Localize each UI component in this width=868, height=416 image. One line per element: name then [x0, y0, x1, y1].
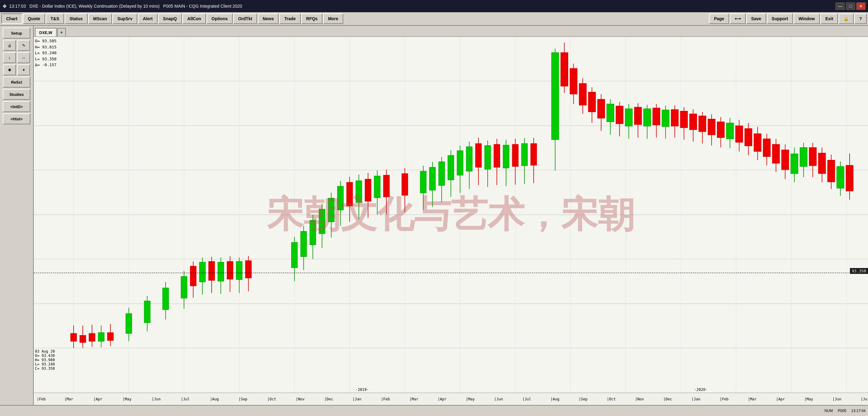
hscale-button[interactable]: ↔ — [17, 52, 30, 63]
sidebar: Setup 🖨 ✎ ↕ ↔ ✱ ✦ ReScl Studies <IntD> <… — [0, 26, 34, 405]
print-button[interactable]: 🖨 — [3, 40, 16, 51]
svg-rect-88 — [402, 174, 408, 195]
support-button[interactable]: Support — [767, 13, 793, 24]
exit-button[interactable]: Exit — [820, 13, 838, 24]
ohlc-lower-high: H= 93.980 — [35, 358, 55, 362]
menu-news[interactable]: News — [258, 13, 279, 24]
star-button[interactable]: ✱ — [3, 64, 16, 75]
menu-chart[interactable]: Chart — [1, 13, 22, 24]
svg-rect-104 — [485, 146, 491, 169]
ohlc-lower-date: 03 Aug 20 — [35, 349, 55, 353]
menu-ts[interactable]: T&S — [46, 13, 64, 24]
menu-status[interactable]: Status — [65, 13, 88, 24]
svg-rect-154 — [726, 123, 734, 139]
svg-rect-102 — [475, 144, 482, 167]
maximize-button[interactable]: □ — [846, 2, 855, 10]
svg-rect-78 — [347, 182, 353, 206]
ohlc-delta: Δ= -0.157 — [35, 62, 56, 68]
save-button[interactable]: Save — [746, 13, 766, 24]
menu-snapq[interactable]: SnapQ — [158, 13, 182, 24]
svg-rect-74 — [328, 198, 334, 222]
help-button[interactable]: ? — [854, 13, 867, 24]
xaxis-aug2: |Aug — [551, 397, 559, 401]
svg-rect-40 — [98, 333, 104, 341]
svg-rect-46 — [144, 301, 150, 323]
title-bar: ❖ 13:17:03 DXE - Dollar Index (ICE), Wee… — [0, 0, 868, 12]
window-controls[interactable]: — □ ✕ — [836, 2, 866, 10]
xaxis-oct1: |Oct — [267, 397, 276, 401]
menu-allcon[interactable]: AllCon — [182, 13, 206, 24]
svg-rect-42 — [107, 333, 114, 341]
intd-button[interactable]: <IntD> — [3, 101, 30, 112]
ohlc-low2: L= 93.350 — [35, 56, 56, 62]
xaxis-aug1: |Aug — [210, 397, 219, 401]
vscale-button[interactable]: ↕ — [3, 52, 16, 63]
svg-rect-174 — [818, 153, 826, 174]
xaxis-nov2: |Nov — [635, 397, 644, 401]
edit-button[interactable]: ✎ — [17, 40, 30, 51]
menu-more[interactable]: More — [323, 13, 343, 24]
svg-rect-136 — [643, 109, 651, 126]
svg-rect-138 — [653, 108, 660, 125]
svg-rect-100 — [466, 147, 472, 171]
chart-area[interactable]: 宋朝文化与艺术，宋朝 — [34, 37, 868, 393]
svg-rect-156 — [736, 126, 743, 142]
svg-rect-152 — [717, 122, 724, 138]
xaxis-feb3: |Feb — [720, 397, 728, 401]
menu-ordtkt[interactable]: OrdTkt — [233, 13, 257, 24]
svg-rect-56 — [209, 261, 215, 280]
minimize-button[interactable]: — — [836, 2, 845, 10]
svg-rect-44 — [126, 314, 132, 333]
svg-rect-68 — [301, 231, 307, 257]
window-button[interactable]: Window — [794, 13, 820, 24]
menu-supsrv[interactable]: SupSrv — [113, 13, 137, 24]
chart-container[interactable]: DXE,W + O= 93.505 H= 93.815 L= 93.240 L=… — [34, 26, 868, 405]
xaxis-jun2: |Jun — [494, 397, 503, 401]
svg-rect-64 — [246, 261, 252, 278]
title-time: 13:17:03 — [9, 4, 26, 8]
xaxis-mar1: |Mar — [64, 397, 73, 401]
svg-rect-116 — [551, 53, 559, 140]
svg-rect-34 — [70, 333, 76, 341]
svg-rect-142 — [671, 110, 679, 126]
right-status-info: NUM P005 13:17:04 — [825, 409, 866, 413]
svg-rect-150 — [708, 119, 715, 135]
rescl-button[interactable]: ReScl — [3, 76, 30, 88]
svg-rect-144 — [680, 111, 688, 128]
setup-button[interactable]: Setup — [3, 28, 30, 39]
arrows-button[interactable]: ⟷ — [730, 13, 746, 24]
menu-options[interactable]: Options — [207, 13, 232, 24]
xaxis-oct2: |Oct — [607, 397, 616, 401]
close-button[interactable]: ✕ — [856, 2, 866, 10]
menu-quote[interactable]: Quote — [23, 13, 45, 24]
xaxis-labels: |Feb |Mar |Apr |May |Jun |Jul |Aug |Sep … — [34, 393, 868, 405]
lock-button[interactable]: 🔒 — [839, 13, 854, 24]
tab-bar: DXE,W + — [34, 26, 868, 37]
svg-rect-178 — [837, 166, 844, 188]
page-button[interactable]: Page — [709, 13, 729, 24]
bottom-bar: NUM P005 13:17:04 — [0, 405, 868, 416]
menu-alert[interactable]: Alert — [138, 13, 158, 24]
menu-rfqs[interactable]: RFQs — [301, 13, 322, 24]
svg-rect-84 — [374, 176, 380, 198]
menu-mscan[interactable]: MScan — [88, 13, 112, 24]
menu-trade[interactable]: Trade — [279, 13, 300, 24]
svg-rect-48 — [162, 288, 168, 310]
xaxis-jan2: |Jan — [352, 397, 361, 401]
title-page: P005 MAIN - CQG Integrated Client 2020 — [163, 4, 242, 8]
svg-rect-122 — [579, 83, 586, 105]
svg-rect-70 — [310, 220, 316, 245]
svg-rect-114 — [531, 144, 537, 165]
svg-rect-52 — [190, 266, 196, 286]
main-layout: Setup 🖨 ✎ ↕ ↔ ✱ ✦ ReScl Studies <IntD> <… — [0, 26, 868, 405]
sparkle-button[interactable]: ✦ — [17, 64, 30, 75]
hist-button[interactable]: <Hist> — [3, 113, 30, 124]
add-tab-button[interactable]: + — [57, 28, 66, 36]
xaxis-jul2: |Jul — [522, 397, 531, 401]
studies-button[interactable]: Studies — [3, 89, 30, 100]
chart-tab-dxew[interactable]: DXE,W — [35, 28, 57, 36]
svg-rect-50 — [181, 276, 187, 298]
svg-rect-108 — [503, 145, 509, 168]
svg-rect-36 — [80, 335, 86, 343]
xaxis-apr2: |Apr — [438, 397, 446, 401]
